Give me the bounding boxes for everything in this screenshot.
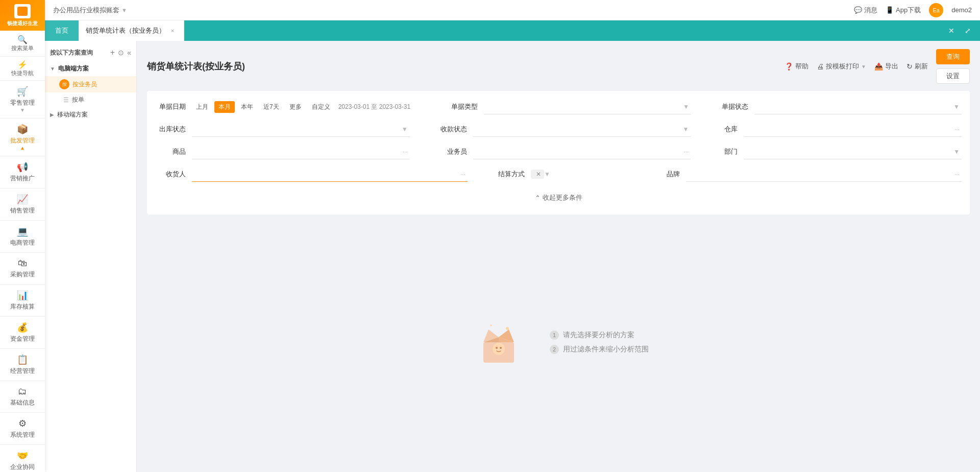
product-input[interactable] bbox=[192, 144, 410, 159]
account-dropdown[interactable]: 办公用品行业模拟账套 ▼ bbox=[53, 6, 127, 15]
brand-field: ··· bbox=[686, 167, 962, 182]
sidebar-item-finance[interactable]: 💰 资金管理 bbox=[0, 317, 45, 349]
salesman-input[interactable] bbox=[473, 144, 691, 159]
sidebar-item-operation[interactable]: 📋 经营管理 bbox=[0, 349, 45, 381]
receipt-status-select[interactable] bbox=[473, 122, 691, 137]
department-chevron-icon: ▼ bbox=[953, 148, 960, 155]
svg-point-9 bbox=[500, 347, 502, 349]
tabbar: 首页 销货单统计表（按业务员） × ✕ ⤢ bbox=[45, 20, 980, 41]
salesman-scheme-dot: 按 bbox=[59, 79, 69, 89]
hint-2-text: 用过滤条件来缩小分析范围 bbox=[563, 345, 649, 354]
sidebar-item-wholesale[interactable]: 📦 批发管理 ▲ bbox=[0, 119, 45, 156]
department-select[interactable] bbox=[744, 144, 962, 159]
help-button[interactable]: ❓ 帮助 bbox=[785, 62, 808, 71]
system-icon: ⚙ bbox=[18, 418, 27, 429]
date-prev-month[interactable]: 上月 bbox=[192, 101, 212, 113]
sidebar-item-basic[interactable]: 🗂 基础信息 bbox=[0, 381, 45, 413]
brand-more-icon[interactable]: ··· bbox=[954, 171, 960, 178]
receiver-input[interactable] bbox=[192, 167, 468, 182]
brand-input[interactable] bbox=[686, 167, 962, 182]
sidebar-item-retail[interactable]: 🛒 零售管理 ▼ bbox=[0, 81, 45, 119]
message-icon: 💬 bbox=[854, 6, 862, 14]
by-order-label: 按单 bbox=[72, 96, 84, 104]
username-label[interactable]: demo2 bbox=[951, 6, 972, 14]
date-7days[interactable]: 近7天 bbox=[259, 101, 283, 113]
refresh-icon: ↻ bbox=[906, 62, 913, 70]
pc-group-header[interactable]: ▼ 电脑端方案 bbox=[45, 61, 136, 76]
svg-point-8 bbox=[496, 347, 498, 349]
doc-status-field: ▼ bbox=[754, 99, 962, 114]
warehouse-more-icon[interactable]: ··· bbox=[954, 126, 960, 133]
print-button[interactable]: 🖨 按模板打印 ▼ bbox=[817, 62, 866, 71]
page-title: 销货单统计表(按业务员) bbox=[147, 60, 245, 73]
help-label: 帮助 bbox=[795, 62, 808, 71]
pc-scheme-group: ▼ 电脑端方案 按 按业务员 ☰ 按单 bbox=[45, 61, 136, 107]
doc-status-chevron-icon: ▼ bbox=[953, 103, 960, 110]
refresh-button[interactable]: ↻ 刷新 bbox=[906, 62, 928, 71]
tab-home[interactable]: 首页 bbox=[45, 20, 79, 41]
settlement-label: 结算方式 bbox=[494, 170, 525, 179]
sidebar-item-enterprise[interactable]: 🤝 企业协同 bbox=[0, 445, 45, 472]
product-more-icon[interactable]: ··· bbox=[403, 148, 408, 155]
date-more[interactable]: 更多 bbox=[285, 101, 306, 113]
doc-type-select[interactable] bbox=[484, 99, 691, 114]
sidebar-item-purchase[interactable]: 🛍 采购管理 bbox=[0, 253, 45, 285]
mobile-group-header[interactable]: ▶ 移动端方案 bbox=[45, 107, 136, 122]
query-button[interactable]: 查询 bbox=[936, 49, 970, 64]
sidebar-item-system[interactable]: ⚙ 系统管理 bbox=[0, 413, 45, 445]
user-avatar[interactable]: Ea bbox=[929, 3, 943, 17]
sidebar-item-inventory[interactable]: 📊 库存核算 bbox=[0, 285, 45, 317]
basic-label: 基础信息 bbox=[10, 398, 35, 407]
setting-button[interactable]: 设置 bbox=[936, 68, 970, 84]
empty-svg bbox=[471, 314, 527, 370]
settlement-clear-button[interactable]: ✕ bbox=[536, 171, 541, 178]
retail-icon: 🛒 bbox=[17, 86, 28, 97]
collapse-up-icon: ⌃ bbox=[535, 194, 541, 202]
wholesale-arrow: ▲ bbox=[20, 145, 25, 151]
scheme-item-salesman[interactable]: 按 按业务员 bbox=[45, 76, 136, 92]
out-status-select[interactable] bbox=[192, 122, 410, 137]
app-logo: 畅捷通好生意 bbox=[0, 0, 45, 31]
settlement-field: ✕ ▼ bbox=[531, 170, 633, 179]
date-this-year[interactable]: 本年 bbox=[237, 101, 257, 113]
sidebar-item-marketing[interactable]: 📢 营销推广 bbox=[0, 156, 45, 188]
filter-row-2: 出库状态 ▼ 收款状态 ▼ 仓库 bbox=[155, 122, 962, 137]
collapse-bar[interactable]: ⌃ 收起更多条件 bbox=[155, 189, 962, 206]
date-this-month[interactable]: 本月 bbox=[214, 101, 235, 113]
quick-nav-icon: ⚡ bbox=[17, 60, 28, 69]
doc-status-select[interactable] bbox=[754, 99, 962, 114]
hint-2-num: 2 bbox=[550, 345, 559, 354]
sidebar-item-ecommerce[interactable]: 💻 电商管理 bbox=[0, 221, 45, 253]
scheme-item-by-order[interactable]: ☰ 按单 bbox=[45, 92, 136, 107]
app-download-button[interactable]: 📱 App下载 bbox=[886, 6, 921, 15]
tab-close-window-button[interactable]: ✕ bbox=[945, 25, 958, 37]
retail-arrow: ▼ bbox=[20, 107, 25, 113]
quick-nav[interactable]: ⚡ 快捷导航 bbox=[0, 57, 45, 81]
sidebar-item-sales[interactable]: 📈 销售管理 bbox=[0, 188, 45, 221]
settlement-badge: ✕ bbox=[531, 170, 544, 179]
empty-hint-1: 1 请先选择要分析的方案 bbox=[550, 331, 649, 340]
system-label: 系统管理 bbox=[10, 431, 35, 439]
tab-maximize-button[interactable]: ⤢ bbox=[962, 25, 974, 37]
salesman-more-icon[interactable]: ··· bbox=[683, 148, 689, 155]
refresh-label: 刷新 bbox=[915, 62, 928, 71]
scheme-collapse-button[interactable]: « bbox=[127, 49, 131, 57]
export-button[interactable]: 📤 导出 bbox=[874, 62, 898, 71]
tab-active[interactable]: 销货单统计表（按业务员） × bbox=[79, 20, 184, 41]
tab-close-button[interactable]: × bbox=[168, 27, 177, 35]
purchase-label: 采购管理 bbox=[10, 270, 35, 279]
message-button[interactable]: 💬 消息 bbox=[854, 6, 877, 15]
warehouse-input[interactable] bbox=[744, 122, 962, 137]
quick-nav-label: 快捷导航 bbox=[11, 69, 34, 77]
scheme-edit-button[interactable]: ⊙ bbox=[118, 49, 124, 57]
finance-icon: 💰 bbox=[17, 322, 28, 333]
date-custom[interactable]: 自定义 bbox=[308, 101, 334, 113]
pc-group-arrow: ▼ bbox=[50, 66, 55, 72]
date-range-display: 2023-03-01 至 2023-03-31 bbox=[338, 103, 410, 111]
receiver-more-icon[interactable]: ··· bbox=[460, 171, 465, 178]
mobile-scheme-group: ▶ 移动端方案 bbox=[45, 107, 136, 122]
by-order-icon: ☰ bbox=[63, 97, 69, 104]
search-menu[interactable]: 🔍 搜索菜单 bbox=[0, 31, 45, 57]
scheme-add-button[interactable]: + bbox=[110, 48, 115, 57]
message-label: 消息 bbox=[864, 6, 877, 15]
